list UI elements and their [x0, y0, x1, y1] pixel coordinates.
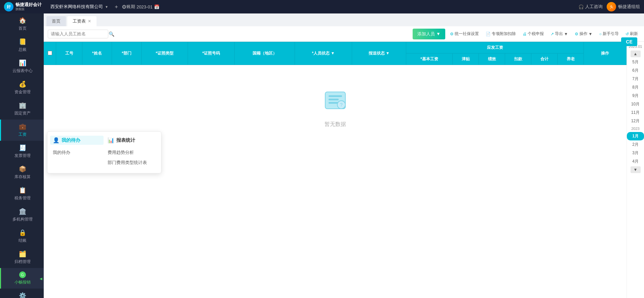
id-no-th: *证照号码 [188, 42, 234, 65]
special-deduction-icon: 📄 [486, 32, 491, 36]
sidebar-item-multi-org[interactable]: 🏛️ 多机构管理 [0, 204, 44, 226]
popup-item-trend[interactable]: 费用趋势分析 [108, 147, 156, 158]
social-insurance-button[interactable]: ⚙ 统一社保设置 [448, 30, 481, 38]
company-name: 西安虾米网络科技有限公司 [50, 4, 103, 10]
headset-icon: 🎧 [578, 4, 584, 9]
company-selector[interactable]: 西安虾米网络科技有限公司 ▼ [48, 4, 111, 10]
add-person-button[interactable]: 添加人员 ▼ [413, 29, 445, 39]
sidebar-item-ledger[interactable]: 📒 总账 [0, 35, 44, 56]
export-button[interactable]: ↗ 导出 ▼ [548, 30, 570, 38]
export-dropdown-icon: ▼ [564, 32, 568, 36]
sidebar-label-archive: 归档管理 [14, 259, 31, 265]
basic-icon: ⚙️ [19, 292, 26, 298]
month-3[interactable]: 3月 [627, 149, 644, 157]
sidebar: 🏠 首页 📒 总账 📊 云报表中心 💰 资金管理 🏢 固定资产 💼 工资 🧾 发… [0, 13, 44, 298]
sidebar-item-assets[interactable]: 🏢 固定资产 [0, 98, 44, 120]
search-input[interactable] [51, 31, 107, 36]
sidebar-item-basic[interactable]: ⚙️ 基础设置 [0, 289, 44, 298]
todo-icon: 👤 [53, 137, 60, 143]
month-12[interactable]: 12月 [627, 117, 644, 125]
sidebar-item-cloud-report[interactable]: 📊 云报表中心 [0, 56, 44, 77]
social-insurance-icon: ⚙ [450, 32, 454, 36]
month-2[interactable]: 2月 [627, 140, 644, 149]
sidebar-item-close[interactable]: 🔒 结账 [0, 226, 44, 247]
period-label: 账期 [126, 4, 135, 10]
user-avatar-area[interactable]: 头 畅捷通组组 [607, 2, 640, 11]
search-box: 🔍 [48, 30, 108, 38]
new-guide-button[interactable]: ○ 新手引导 [597, 30, 621, 38]
sidebar-item-salary[interactable]: 💼 工资 [0, 120, 44, 141]
multi-org-icon: 🏛️ [19, 208, 26, 215]
sidebar-item-home[interactable]: 🏠 首页 [0, 13, 44, 35]
pension-th: 养老 [558, 54, 584, 65]
add-company-button[interactable]: ＋ [114, 3, 119, 10]
tab-home[interactable]: 首页 [46, 16, 66, 26]
operation-th: 操作 [584, 42, 627, 65]
month-10[interactable]: 10月 [627, 100, 644, 108]
tab-close-icon[interactable]: ✕ [88, 19, 91, 24]
month-1[interactable]: 1月 [627, 132, 644, 140]
base-salary-th: *基本工资 [406, 54, 452, 65]
user-area: 🎧 人工咨询 头 畅捷通组组 [578, 2, 640, 11]
svg-rect-2 [329, 99, 339, 100]
special-deduction-button[interactable]: 📄 专项附加扣除 [484, 30, 518, 38]
sidebar-item-fund[interactable]: 💰 资金管理 [0, 77, 44, 98]
month-7[interactable]: 7月 [627, 75, 644, 83]
period-value: 2023-01 [137, 4, 153, 9]
app-title: 畅捷通好会计 [15, 2, 42, 7]
month-11[interactable]: 11月 [627, 108, 644, 117]
sidebar-item-archive[interactable]: 🗂️ 归档管理 [0, 247, 44, 268]
operation-icon: ⚙ [575, 32, 578, 36]
month-next-button[interactable]: ▼ [631, 166, 641, 173]
month-4[interactable]: 4月 [627, 157, 644, 166]
svg-text:?: ? [340, 102, 343, 107]
empty-text: 暂无数据 [325, 121, 346, 128]
sidebar-label-tax: 税务管理 [14, 195, 31, 201]
tab-salary[interactable]: 工资表 ✕ [67, 16, 97, 26]
search-icon[interactable]: 🔍 [109, 31, 114, 37]
invoice-icon: 🧾 [19, 144, 26, 152]
special-deduction-label: 专项附加扣除 [492, 31, 516, 37]
calendar-icon[interactable]: 📅 [154, 4, 159, 9]
popup-report-label: 报表统计 [116, 137, 135, 143]
operation-label: 操作 [579, 31, 588, 37]
sidebar-item-invoice[interactable]: 🧾 发票管理 [0, 141, 44, 162]
popup-section-report-header: 📊 报表统计 [108, 137, 156, 143]
personal-tax-button[interactable]: 🖨 个税申报 [521, 30, 546, 38]
month-prev-button[interactable]: ▲ [631, 51, 641, 57]
select-all-th [44, 42, 56, 65]
sidebar-item-tax[interactable]: 📋 税务管理 [0, 183, 44, 204]
app-subtitle: 旗舰版 [15, 7, 42, 11]
logo-area: 好 畅捷通好会计 旗舰版 [4, 2, 48, 12]
select-all-checkbox[interactable] [48, 51, 52, 55]
month-6[interactable]: 6月 [627, 66, 644, 75]
tab-salary-label: 工资表 [73, 18, 86, 24]
service-label: 人工咨询 [585, 4, 603, 10]
add-person-label: 添加人员 [417, 31, 435, 37]
home-icon: 🏠 [19, 17, 26, 24]
add-person-dropdown-icon: ▼ [436, 31, 441, 36]
month-8[interactable]: 8月 [627, 83, 644, 92]
sidebar-label-inventory: 库存核算 [14, 174, 31, 180]
emp-no-th: 工号 [56, 42, 82, 65]
popup-item-mytodo[interactable]: 我的待办 [53, 147, 101, 158]
month-9[interactable]: 9月 [627, 92, 644, 100]
refresh-button[interactable]: ↺ 刷新 [623, 30, 640, 38]
month-5[interactable]: 5月 [627, 58, 644, 66]
sidebar-label-assets: 固定资产 [14, 110, 31, 116]
inventory-icon: 📦 [19, 165, 26, 173]
sidebar-item-xiaochang[interactable]: G 小畅报销 ◀ [0, 268, 44, 289]
personal-tax-icon: 🖨 [523, 32, 527, 36]
operation-button[interactable]: ⚙ 操作 ▼ [573, 30, 595, 38]
popup-todo-label: 我的待办 [62, 137, 80, 143]
settings-button[interactable]: ⚙ [122, 4, 126, 10]
popup-section-todo: 👤 我的待办 我的待办 [53, 137, 101, 168]
toolbar: 🔍 添加人员 ▼ ⚙ 统一社保设置 📄 专项附加扣除 🖨 个税申报 ↗ 导出 [44, 26, 644, 42]
sidebar-item-inventory[interactable]: 📦 库存核算 [0, 162, 44, 183]
refresh-icon: ↺ [626, 32, 629, 36]
company-dropdown-icon: ▼ [105, 5, 108, 9]
popup-item-dept-stat[interactable]: 部门费用类型统计表 [108, 158, 156, 168]
service-button[interactable]: 🎧 人工咨询 [578, 4, 603, 10]
export-icon: ↗ [551, 32, 554, 36]
sidebar-label-salary: 工资 [18, 132, 27, 137]
